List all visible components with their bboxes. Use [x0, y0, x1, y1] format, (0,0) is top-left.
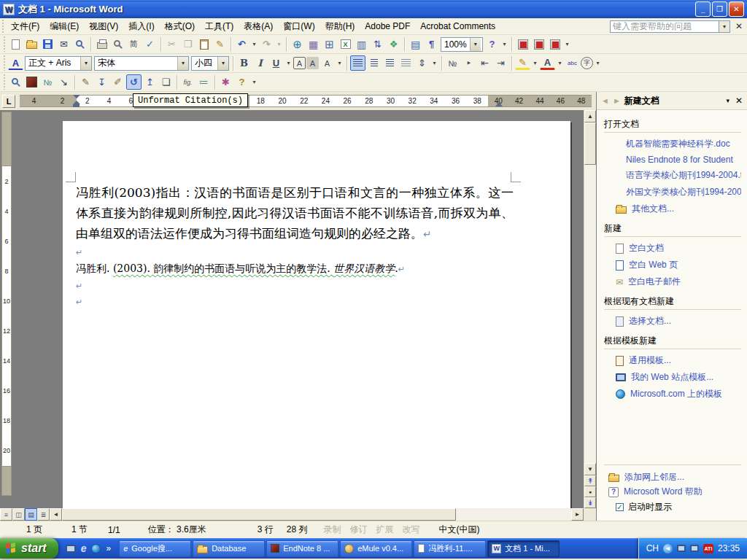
taskbar-button-endnote[interactable]: EndNote 8 ...: [266, 540, 338, 557]
numbering-button[interactable]: №: [445, 55, 460, 71]
format-painter-button[interactable]: ✎: [212, 36, 228, 52]
drawing-button[interactable]: ❖: [386, 36, 401, 52]
document-text[interactable]: 冯胜利(2003)指出：汉语的书面语是区别于口语和文言的一种独立体系。这一体系直…: [76, 182, 514, 310]
toolbar-gripper[interactable]: [2, 55, 6, 71]
convert-to-pdf-email-button[interactable]: [531, 36, 546, 52]
styles-and-formatting-button[interactable]: A: [8, 57, 23, 70]
phonetic-guide-button[interactable]: abc: [565, 55, 580, 71]
insert-table-button[interactable]: ⊞: [322, 36, 337, 52]
taskbar-button-google[interactable]: eGoogle搜...: [119, 540, 191, 557]
bold-button[interactable]: B: [236, 55, 252, 71]
font-combobox[interactable]: 宋体 ▾: [94, 56, 189, 71]
standard-toolbar-options[interactable]: ▾: [500, 36, 508, 52]
menubar-close-icon[interactable]: ✕: [735, 21, 743, 31]
zoom-dropdown-icon[interactable]: ▾: [470, 38, 481, 51]
pane-close-icon[interactable]: ✕: [735, 96, 743, 106]
unformat-citations-button[interactable]: ↺: [126, 74, 142, 90]
vertical-scrollbar[interactable]: ▲ ▼ ↟ ● ↡: [584, 110, 596, 508]
paste-button[interactable]: [196, 36, 212, 52]
empty-line[interactable]: ↵: [76, 244, 514, 260]
scroll-left-button[interactable]: ◄: [50, 508, 62, 521]
vertical-scroll-thumb[interactable]: [584, 122, 596, 165]
help-button[interactable]: ?: [484, 36, 500, 52]
find-figures-button[interactable]: fig.: [180, 74, 196, 90]
font-dropdown-icon[interactable]: ▾: [177, 57, 188, 70]
center-button[interactable]: [366, 55, 382, 71]
font-color-button[interactable]: A: [540, 56, 555, 70]
right-indent-marker[interactable]: [495, 102, 503, 106]
language-indicator[interactable]: CH: [646, 543, 659, 553]
first-line-indent-marker[interactable]: [73, 95, 80, 98]
insert-excel-button[interactable]: X: [338, 36, 353, 52]
spelling-grammar-button[interactable]: ✓: [142, 36, 158, 52]
endnote-help-button[interactable]: ?: [234, 74, 249, 90]
pane-back-icon[interactable]: ◄: [601, 96, 609, 105]
open-button[interactable]: [24, 36, 39, 52]
redo-dropdown[interactable]: ▾: [275, 36, 283, 52]
tables-and-borders-button[interactable]: ▦: [306, 36, 321, 52]
convert-to-pdf-review-button[interactable]: [547, 36, 562, 52]
general-templates-link[interactable]: 通用模板...: [616, 354, 741, 367]
font-size-dropdown-icon[interactable]: ▾: [217, 57, 228, 70]
status-mode-track-changes[interactable]: 修订: [349, 524, 367, 536]
increase-indent-button[interactable]: ⇥: [493, 55, 508, 71]
document-map-button[interactable]: ▤: [408, 36, 423, 52]
toolbar-gripper[interactable]: [1, 20, 4, 33]
document-paragraph[interactable]: 冯胜利(2003)指出：汉语的书面语是区别于口语和文言的一种独立体系。这一体系直…: [76, 182, 514, 244]
convert-to-pdf-button[interactable]: [515, 36, 530, 52]
status-mode-record[interactable]: 录制: [323, 524, 341, 536]
show-at-startup-checkbox[interactable]: ✓: [616, 503, 624, 511]
horizontal-scroll-thumb[interactable]: [62, 508, 456, 521]
mail-recipient-button[interactable]: ✉: [56, 36, 71, 52]
start-button[interactable]: start: [0, 538, 58, 559]
cut-button[interactable]: ✂: [164, 36, 179, 52]
underline-dropdown[interactable]: ▾: [285, 55, 293, 71]
taskbar-button-fengshengli[interactable]: 冯胜利-11....: [414, 540, 486, 557]
ask-a-question-input[interactable]: 键入需要帮助的问题: [610, 20, 719, 33]
menu-tools[interactable]: 工具(T): [200, 18, 239, 35]
ask-a-question-dropdown[interactable]: ▾: [719, 20, 730, 33]
taskbar-button-emule[interactable]: eMule v0.4...: [340, 540, 412, 557]
quick-launch-chevron-icon[interactable]: »: [106, 543, 111, 553]
vertical-ruler[interactable]: 2 4 6 8 10 12 14 16 18 20: [0, 110, 13, 508]
formatting-toolbar-options[interactable]: ▾: [594, 55, 602, 71]
vertical-scroll-track[interactable]: [584, 165, 596, 463]
internet-explorer-icon[interactable]: e: [81, 542, 87, 554]
distribute-button[interactable]: [398, 55, 414, 71]
web-layout-view-button[interactable]: ◫: [12, 508, 25, 521]
outline-view-button[interactable]: ≣: [37, 508, 50, 521]
normal-view-button[interactable]: ≡: [0, 508, 12, 521]
close-button[interactable]: ✕: [729, 1, 744, 17]
pane-forward-icon[interactable]: ►: [613, 96, 621, 105]
asian-layout-button[interactable]: ⇅: [370, 36, 385, 52]
recent-document-link[interactable]: 外国文学类核心期刊1994-2004: [626, 186, 741, 198]
decrease-indent-button[interactable]: ⇤: [477, 55, 492, 71]
export-traveling-library-button[interactable]: ❏: [158, 74, 174, 90]
taskbar-button-word-active[interactable]: W文档 1 - Mi...: [487, 540, 560, 557]
toolbar-gripper[interactable]: [2, 36, 6, 52]
character-scaling-button[interactable]: A: [320, 55, 335, 71]
empty-line[interactable]: ↵: [76, 294, 514, 310]
italic-button[interactable]: I: [252, 55, 268, 71]
font-size-combobox[interactable]: 小四 ▾: [191, 56, 229, 71]
more-documents-link[interactable]: 其他文档...: [616, 203, 741, 215]
endnote-toolbar-options[interactable]: ▾: [250, 74, 258, 90]
network-icon[interactable]: [690, 545, 699, 552]
toolbar-gripper[interactable]: [2, 74, 6, 90]
minimize-button[interactable]: _: [695, 1, 711, 17]
undo-dropdown[interactable]: ▾: [250, 36, 258, 52]
print-preview-button[interactable]: [110, 36, 125, 52]
recent-document-link[interactable]: 机器智能需要神经科学.doc: [626, 138, 741, 150]
highlight-dropdown[interactable]: ▾: [531, 55, 539, 71]
blank-web-page-link[interactable]: 空白 Web 页: [616, 259, 741, 271]
print-button[interactable]: [94, 36, 109, 52]
add-network-place-link[interactable]: 添加网上邻居...: [608, 471, 741, 483]
save-button[interactable]: [40, 36, 55, 52]
go-to-endnote-button[interactable]: [24, 74, 39, 90]
recent-document-link[interactable]: Niles Endnote 8 for Student: [626, 155, 741, 165]
menu-acrobat-comments[interactable]: Acrobat Comments: [415, 19, 500, 34]
recent-document-link[interactable]: 语言学类核心期刊1994-2004.t:: [626, 169, 741, 182]
show-desktop-icon[interactable]: [66, 545, 76, 553]
copy-button[interactable]: ❒: [180, 36, 196, 52]
ati-tray-icon[interactable]: ATI: [703, 544, 713, 553]
